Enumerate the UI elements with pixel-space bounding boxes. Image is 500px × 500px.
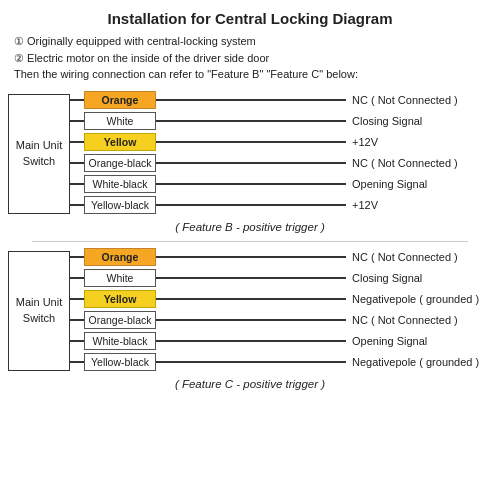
wire-row: YellowNegativepole ( grounded ) xyxy=(70,290,492,308)
wire-line-right xyxy=(156,256,346,258)
wire-line-left xyxy=(70,340,84,342)
feature-label-feature-b: ( Feature B - positive trigger ) xyxy=(175,221,325,233)
wire-line-left xyxy=(70,298,84,300)
wire-label-feature-b-5: Yellow-black xyxy=(84,196,156,214)
wire-line-right xyxy=(156,120,346,122)
wire-row: OrangeNC ( Not Connected ) xyxy=(70,91,492,109)
wires-area-feature-b: OrangeNC ( Not Connected )WhiteClosing S… xyxy=(70,91,492,217)
wire-signal-feature-b-5: +12V xyxy=(352,199,492,211)
wire-row: OrangeNC ( Not Connected ) xyxy=(70,248,492,266)
wire-line-left xyxy=(70,319,84,321)
wire-line-right xyxy=(156,183,346,185)
wire-row: WhiteClosing Signal xyxy=(70,269,492,287)
wire-row: White-blackOpening Signal xyxy=(70,175,492,193)
wire-row: White-blackOpening Signal xyxy=(70,332,492,350)
wire-signal-feature-b-3: NC ( Not Connected ) xyxy=(352,157,492,169)
subtitle-line-1: ① Originally equipped with central-locki… xyxy=(14,33,492,50)
main-unit-box-feature-b: Main Unit Switch xyxy=(8,94,70,214)
wire-signal-feature-c-1: Closing Signal xyxy=(352,272,492,284)
wire-label-feature-c-3: Orange-black xyxy=(84,311,156,329)
wire-label-feature-c-2: Yellow xyxy=(84,290,156,308)
wire-line-right xyxy=(156,141,346,143)
feature-label-feature-c: ( Feature C - positive trigger ) xyxy=(175,378,325,390)
wire-signal-feature-c-2: Negativepole ( grounded ) xyxy=(352,293,492,305)
wire-label-feature-b-0: Orange xyxy=(84,91,156,109)
wire-line-right xyxy=(156,162,346,164)
wire-label-feature-b-4: White-black xyxy=(84,175,156,193)
diagram-section-feature-c: Main Unit SwitchOrangeNC ( Not Connected… xyxy=(8,248,492,390)
section-divider xyxy=(32,241,468,242)
wire-line-right xyxy=(156,204,346,206)
wire-line-right xyxy=(156,340,346,342)
wire-label-feature-b-1: White xyxy=(84,112,156,130)
subtitle-line-3: Then the wiring connection can refer to … xyxy=(14,66,492,83)
wire-signal-feature-c-5: Negativepole ( grounded ) xyxy=(352,356,492,368)
wire-row: Yellow-blackNegativepole ( grounded ) xyxy=(70,353,492,371)
wire-line-right xyxy=(156,298,346,300)
wire-label-feature-b-3: Orange-black xyxy=(84,154,156,172)
wire-line-left xyxy=(70,204,84,206)
wire-line-right xyxy=(156,277,346,279)
wire-signal-feature-b-1: Closing Signal xyxy=(352,115,492,127)
wire-row: Yellow-black+12V xyxy=(70,196,492,214)
wire-label-feature-c-4: White-black xyxy=(84,332,156,350)
wire-signal-feature-c-4: Opening Signal xyxy=(352,335,492,347)
wire-line-left xyxy=(70,162,84,164)
wire-row: WhiteClosing Signal xyxy=(70,112,492,130)
wire-signal-feature-b-4: Opening Signal xyxy=(352,178,492,190)
page-title: Installation for Central Locking Diagram xyxy=(8,10,492,27)
wire-line-left xyxy=(70,141,84,143)
wire-line-right xyxy=(156,319,346,321)
wire-row: Orange-blackNC ( Not Connected ) xyxy=(70,311,492,329)
wire-signal-feature-b-0: NC ( Not Connected ) xyxy=(352,94,492,106)
wire-signal-feature-b-2: +12V xyxy=(352,136,492,148)
wire-label-feature-b-2: Yellow xyxy=(84,133,156,151)
wire-line-left xyxy=(70,256,84,258)
wire-line-left xyxy=(70,120,84,122)
wires-area-feature-c: OrangeNC ( Not Connected )WhiteClosing S… xyxy=(70,248,492,374)
wire-line-left xyxy=(70,277,84,279)
diagram-section-feature-b: Main Unit SwitchOrangeNC ( Not Connected… xyxy=(8,91,492,233)
wire-line-right xyxy=(156,361,346,363)
wire-signal-feature-c-0: NC ( Not Connected ) xyxy=(352,251,492,263)
wire-signal-feature-c-3: NC ( Not Connected ) xyxy=(352,314,492,326)
subtitle-line-2: ② Electric motor on the inside of the dr… xyxy=(14,50,492,67)
wire-line-left xyxy=(70,361,84,363)
wire-line-right xyxy=(156,99,346,101)
wire-label-feature-c-5: Yellow-black xyxy=(84,353,156,371)
main-unit-box-feature-c: Main Unit Switch xyxy=(8,251,70,371)
wire-label-feature-c-1: White xyxy=(84,269,156,287)
wire-row: Yellow+12V xyxy=(70,133,492,151)
wire-row: Orange-blackNC ( Not Connected ) xyxy=(70,154,492,172)
wire-line-left xyxy=(70,183,84,185)
wire-line-left xyxy=(70,99,84,101)
subtitle-area: ① Originally equipped with central-locki… xyxy=(8,33,492,83)
wire-label-feature-c-0: Orange xyxy=(84,248,156,266)
